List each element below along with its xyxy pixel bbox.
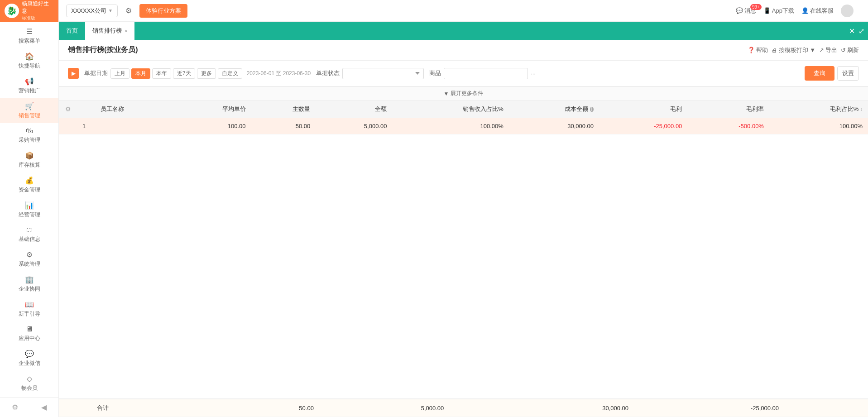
online-service-btn[interactable]: 👤 在线客服 — [801, 7, 834, 15]
logo-name: 畅康通好生意 — [22, 0, 54, 14]
sidebar-item-wechat[interactable]: 💬企业微信 — [0, 346, 58, 371]
col-header-settings[interactable]: ⚙ — [59, 101, 77, 118]
column-settings-icon[interactable]: ⚙ — [65, 105, 71, 113]
row-profit: -25,000.00 — [599, 118, 687, 134]
tab-close-icon[interactable]: × — [125, 28, 127, 34]
date-btn-近7天[interactable]: 近7天 — [173, 68, 195, 79]
company-selector[interactable]: XXXXXX公司 ▼ — [66, 5, 118, 17]
service-label: 在线客服 — [810, 7, 834, 15]
sidebar: 🐉 畅康通好生意 标准版 ☰搜索菜单🏠快捷导航📢营销推广🛒销售管理🛍采购管理📦库… — [0, 0, 59, 417]
col-header-profit: 毛利 — [599, 101, 687, 118]
sidebar-label-finance: 资金管理 — [19, 186, 40, 194]
sidebar-collapse-btn[interactable]: ◀ — [39, 401, 48, 413]
user-avatar[interactable] — [841, 5, 854, 17]
footer-rank-cell — [73, 399, 91, 417]
goods-more-icon[interactable]: ··· — [531, 70, 536, 77]
footer-qty: 50.00 — [221, 399, 319, 417]
trial-button[interactable]: 体验行业方案 — [139, 4, 187, 18]
logo-icon: 🐉 — [5, 4, 19, 18]
page-actions: ❓ 帮助 🖨 按模板打印 ▼ ↗ 导出 ↺ 刷新 — [748, 46, 859, 60]
sidebar-label-member: 畅会员 — [21, 384, 38, 392]
sidebar-item-search[interactable]: ☰搜索菜单 — [0, 24, 58, 48]
date-btn-自定义[interactable]: 自定义 — [218, 68, 242, 79]
sidebar-item-shortcut[interactable]: 🏠快捷导航 — [0, 48, 58, 73]
settings-icon: ⚙ — [125, 6, 132, 15]
app-download-btn[interactable]: 📱 App下载 — [763, 7, 794, 15]
header-settings-btn[interactable]: ⚙ — [122, 5, 135, 17]
table-body: 1 100.00 50.00 5,000.00 100.00% 30,000.0… — [59, 118, 868, 134]
sidebar-label-enterprise: 企业协同 — [19, 285, 40, 293]
row-rank: 1 — [77, 118, 95, 134]
sidebar-label-basic: 基础信息 — [19, 235, 40, 243]
footer-table: 合计 50.00 5,000.00 30,000.00 -25,000.00 — [59, 399, 868, 417]
date-btn-本月[interactable]: 本月 — [131, 68, 150, 79]
help-btn[interactable]: ❓ 帮助 — [748, 46, 768, 54]
date-btn-本年[interactable]: 本年 — [152, 68, 171, 79]
marketing-icon: 📢 — [25, 77, 34, 86]
message-icon: 💬 — [736, 7, 743, 14]
finance-icon: 💰 — [25, 176, 34, 185]
expand-more-btn[interactable]: ▼ 展开更多条件 — [59, 86, 868, 100]
status-filter-group: 单据状态 — [316, 68, 424, 79]
app-label: App下载 — [772, 7, 794, 15]
tab-sales-ranking[interactable]: 销售排行榜 × — [85, 22, 134, 40]
sidebar-item-member[interactable]: ◇畅会员 — [0, 371, 58, 396]
tab-home[interactable]: 首页 — [59, 22, 85, 40]
goods-input[interactable] — [444, 68, 528, 79]
print-btn[interactable]: 🖨 按模板打印 ▼ — [772, 46, 815, 54]
sidebar-item-finance[interactable]: 💰资金管理 — [0, 173, 58, 197]
sidebar-item-enterprise[interactable]: 🏢企业协同 — [0, 272, 58, 297]
inventory-icon: 📦 — [25, 151, 34, 160]
expand-more-icon: ▼ — [444, 91, 449, 97]
header-right: 💬 消息 99+ 📱 App下载 👤 在线客服 — [736, 5, 861, 17]
row-amount: 5,000.00 — [316, 118, 392, 134]
print-chevron-icon: ▼ — [810, 47, 815, 53]
sidebar-item-marketing[interactable]: 📢营销推广 — [0, 73, 58, 98]
basic-icon: 🗂 — [26, 226, 33, 234]
status-label: 单据状态 — [316, 69, 340, 77]
content-area: 销售排行榜(按业务员) ❓ 帮助 🖨 按模板打印 ▼ ↗ 导出 ↺ 刷新 — [59, 40, 868, 417]
filter-toggle-btn[interactable]: ▶ — [68, 68, 79, 79]
sidebar-item-inventory[interactable]: 📦库存核算 — [0, 148, 58, 173]
sidebar-item-guide[interactable]: 📖新手引导 — [0, 297, 58, 321]
col-header-qty: 主数量 — [251, 101, 316, 118]
col-header-profit-rate: 毛利率 — [687, 101, 769, 118]
sidebar-item-basic[interactable]: 🗂基础信息 — [0, 222, 58, 247]
sidebar-item-system[interactable]: ⚙系统管理 — [0, 247, 58, 272]
footer-sales-pct — [449, 399, 491, 417]
company-chevron-icon: ▼ — [108, 8, 113, 13]
company-name: XXXXXX公司 — [71, 7, 106, 15]
filter-section: ▶ 单据日期 上月本月本年近7天更多自定义 2023-06-01 至 2023-… — [59, 61, 868, 101]
tab-bar-right: ✕ ⤢ — [849, 27, 868, 35]
col-header-name: 员工名称 — [95, 101, 173, 118]
row-sales-pct: 100.00% — [392, 118, 508, 134]
window-maximize-btn[interactable]: ⤢ — [858, 27, 864, 35]
export-btn[interactable]: ↗ 导出 — [819, 46, 837, 54]
query-button[interactable]: 查询 — [805, 66, 834, 81]
sidebar-label-sales: 销售管理 — [19, 112, 40, 120]
refresh-btn[interactable]: ↺ 刷新 — [841, 46, 859, 54]
footer-settings-cell — [59, 399, 73, 417]
sidebar-settings-btn[interactable]: ⚙ — [10, 401, 20, 413]
sidebar-item-purchase[interactable]: 🛍采购管理 — [0, 123, 58, 148]
profit-pct-icon: ↕ — [860, 107, 863, 112]
sidebar-label-guide: 新手引导 — [19, 310, 40, 318]
sidebar-item-appstore[interactable]: 🖥应用中心 — [0, 321, 58, 346]
sidebar-label-purchase: 采购管理 — [19, 136, 40, 144]
tab-bar: 首页 销售排行榜 × ✕ ⤢ — [59, 22, 868, 40]
footer-profit-rate — [784, 399, 826, 417]
appstore-icon: 🖥 — [26, 325, 33, 333]
footer-label: 合计 — [91, 399, 179, 417]
date-range: 2023-06-01 至 2023-06-30 — [247, 70, 311, 77]
sidebar-item-operation[interactable]: 📊经营管理 — [0, 197, 58, 222]
sidebar-item-sales[interactable]: 🛒销售管理 — [0, 98, 58, 123]
row-cost: 30,000.00 — [509, 118, 599, 134]
status-select[interactable] — [342, 68, 424, 79]
purchase-icon: 🛍 — [26, 127, 33, 135]
sidebar-label-system: 系统管理 — [19, 260, 40, 268]
date-btn-更多[interactable]: 更多 — [197, 68, 216, 79]
date-btn-上月[interactable]: 上月 — [110, 68, 129, 79]
message-btn[interactable]: 💬 消息 99+ — [736, 7, 756, 15]
settings-link-btn[interactable]: 设置 — [837, 66, 859, 81]
window-close-btn[interactable]: ✕ — [849, 27, 855, 35]
